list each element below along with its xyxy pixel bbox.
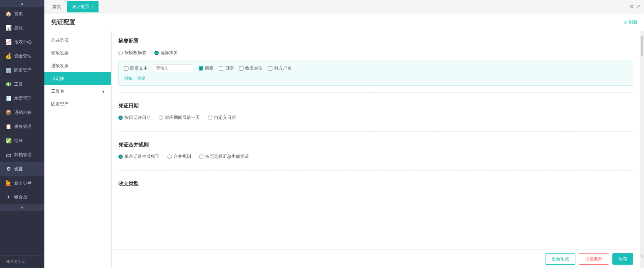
batch-delete-button[interactable]: 批量删除 (579, 253, 609, 265)
merge-rules-radio-group: 单条记录生成凭证 合并规则 按照选择汇总生成凭证 (118, 153, 633, 160)
window-expand-icon[interactable]: ⤢ (636, 3, 641, 10)
page-container: 凭证配置 ↺ 刷新 公共选项 销项发票 进项发票 日记账 (44, 13, 644, 268)
left-nav: 公共选项 销项发票 进项发票 日记账 工资表 ▾ 固定资产 (44, 31, 112, 268)
sidebar-item-salary[interactable]: 💵 工资 (0, 77, 44, 91)
refresh-icon: ↺ (623, 20, 627, 25)
checkbox-counterpart[interactable]: 对方户名 (268, 65, 292, 71)
checkbox-income-type[interactable]: 收支类型 (239, 65, 263, 71)
merge-radio-summary[interactable]: 按照选择汇总生成凭证 (199, 153, 249, 160)
fund-icon: 💰 (5, 53, 11, 59)
main-area: 首页 凭证配置 × ✕ ⤢ 凭证配置 ↺ 刷新 公共选项 (44, 0, 644, 268)
sidebar-item-ledger[interactable]: 📊 总账 (0, 21, 44, 35)
income-type-section: 收支类型 (118, 181, 633, 199)
sidebar-item-vip[interactable]: ✦ 畅会员 (0, 190, 44, 204)
scrollbar[interactable]: ▼ (640, 31, 644, 268)
tab-bar: 首页 凭证配置 × ✕ ⤢ (44, 0, 644, 13)
merge-radio-single[interactable]: 单条记录生成凭证 (118, 153, 159, 160)
ledger-icon: 📊 (5, 25, 11, 31)
left-nav-fixed-asset[interactable]: 固定资产 (44, 98, 111, 110)
voucher-date-section: 凭证日期 按日记账日期 对应期间最后一天 (118, 103, 633, 132)
tab-home[interactable]: 首页 (48, 1, 66, 12)
scroll-down-arrow[interactable]: ▼ (641, 255, 644, 258)
vip-icon: ✦ (5, 194, 11, 200)
sidebar-scroll-down[interactable]: ▼ (0, 204, 44, 211)
checkbox-summary[interactable]: 摘要 (199, 65, 214, 71)
settle-icon: ✅ (5, 138, 11, 144)
tab-voucher-config[interactable]: 凭证配置 × (67, 1, 99, 12)
merge-rules-section: 凭证合并规则 单条记录生成凭证 合并规则 (118, 142, 633, 171)
checkbox-fixed-text[interactable]: 固定文本 (124, 65, 148, 71)
right-content: 摘要配置 按模板摘要 选择摘要 (112, 31, 640, 250)
summary-radio-select[interactable]: 选择摘要 (154, 50, 178, 56)
left-nav-purchase[interactable]: 进项发票 (44, 59, 111, 72)
salary-icon: 💵 (5, 81, 11, 87)
sidebar: ▲ 🏠 首页 📊 总账 📈 报表中心 💰 资金管理 🏢 固定资产 💵 工资 🧾 … (0, 0, 44, 268)
sidebar-item-asset[interactable]: 🏢 固定资产 (0, 63, 44, 77)
report-icon: 📈 (5, 39, 11, 45)
summary-checkbox-config: 固定文本 摘要 日期 (118, 60, 633, 86)
date-radio-journal[interactable]: 按日记账日期 (118, 115, 151, 121)
purchase-icon: 📦 (5, 109, 11, 116)
date-radio-custom[interactable]: 自定义日期 (208, 115, 236, 121)
update-preview-button[interactable]: 更新预览 (545, 253, 575, 265)
example-text: 例如： 摘要 (124, 76, 628, 81)
window-close-icon[interactable]: ✕ (629, 3, 634, 10)
content-layout: 公共选项 销项发票 进项发票 日记账 工资表 ▾ 固定资产 (44, 31, 644, 268)
save-button[interactable]: 保存 (612, 253, 633, 265)
payroll-arrow-icon: ▾ (102, 89, 105, 94)
page-header: 凭证配置 ↺ 刷新 (44, 13, 644, 31)
left-nav-public[interactable]: 公共选项 (44, 34, 111, 47)
settings-icon: ⚙ (5, 166, 11, 172)
fixed-text-input[interactable] (153, 64, 193, 72)
asset-icon: 🏢 (5, 67, 11, 73)
guide-icon: 🙋 (5, 180, 11, 186)
sidebar-item-purchase[interactable]: 📦 进销台账 (0, 105, 44, 120)
home-icon: 🏠 (5, 11, 11, 17)
voucher-date-radio-group: 按日记账日期 对应期间最后一天 自定义日期 (118, 115, 633, 121)
checkbox-date[interactable]: 日期 (219, 65, 234, 71)
left-nav-sales[interactable]: 销项发票 (44, 47, 111, 59)
sidebar-item-report[interactable]: 📈 报表中心 (0, 35, 44, 49)
invoice-icon: 🧾 (5, 95, 11, 101)
summary-config-title: 摘要配置 (118, 38, 633, 44)
refresh-button[interactable]: ↺ 刷新 (623, 19, 637, 25)
tax-icon: 📋 (5, 124, 11, 130)
left-nav-payroll[interactable]: 工资表 ▾ (44, 85, 111, 98)
sidebar-item-settings[interactable]: ⚙ 设置 (0, 162, 44, 176)
date-radio-last-day[interactable]: 对应期间最后一天 (159, 115, 200, 121)
sidebar-item-guide[interactable]: 🙋 新手引导 (0, 176, 44, 190)
archive-icon: 🗃 (5, 152, 11, 158)
sidebar-item-invoice[interactable]: 🧾 发票管理 (0, 91, 44, 105)
page-title: 凭证配置 (51, 18, 75, 26)
sidebar-item-settle[interactable]: ✅ 结账 (0, 134, 44, 148)
sidebar-item-home[interactable]: 🏠 首页 (0, 7, 44, 21)
merge-radio-rule[interactable]: 合并规则 (167, 153, 191, 160)
sidebar-item-tax[interactable]: 📋 税务管理 (0, 120, 44, 134)
summary-config-section: 摘要配置 按模板摘要 选择摘要 (118, 38, 633, 93)
bottom-actions: 更新预览 批量删除 保存 (112, 250, 640, 268)
summary-checkbox-row: 固定文本 摘要 日期 (124, 64, 628, 72)
sidebar-item-archive[interactable]: 🗃 归档管理 (0, 148, 44, 162)
sidebar-scroll-up[interactable]: ▲ (0, 0, 44, 7)
summary-radio-group: 按模板摘要 选择摘要 (118, 50, 633, 56)
scroll-thumb[interactable] (641, 36, 643, 56)
tab-bar-actions: ✕ ⤢ (629, 3, 641, 10)
tab-close-button[interactable]: × (91, 4, 94, 9)
summary-radio-template[interactable]: 按模板摘要 (118, 50, 146, 56)
income-type-title: 收支类型 (118, 181, 633, 187)
left-nav-journal[interactable]: 日记账 (44, 72, 111, 85)
merge-rules-title: 凭证合并规则 (118, 142, 633, 148)
sidebar-unpin-button[interactable]: ◀取消固定 (0, 255, 44, 268)
sidebar-item-fund[interactable]: 💰 资金管理 (0, 49, 44, 63)
voucher-date-title: 凭证日期 (118, 103, 633, 109)
